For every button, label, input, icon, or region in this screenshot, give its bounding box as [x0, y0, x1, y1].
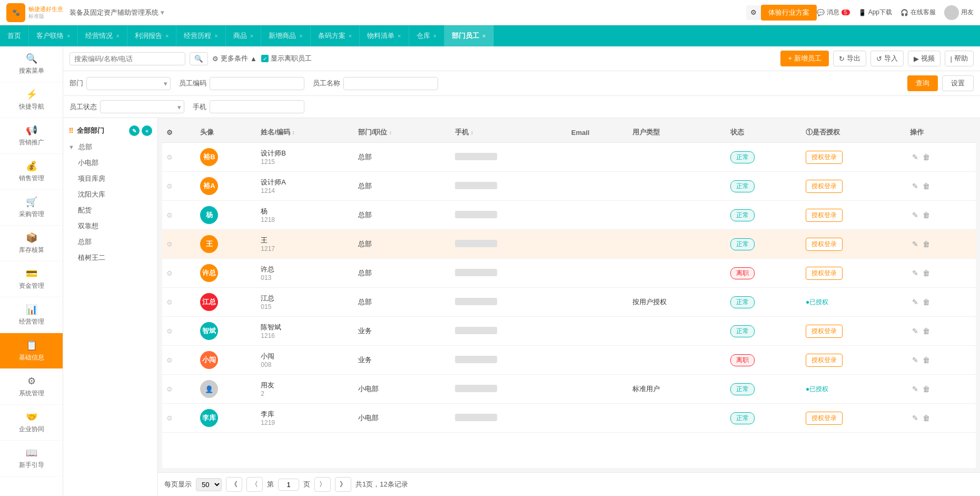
settings-button[interactable]: ⚙	[746, 5, 761, 20]
col-header-dept[interactable]: 部门/职位 ↕	[354, 122, 451, 143]
dept-item-项目库房[interactable]: 项目库房	[63, 171, 157, 187]
delete-button[interactable]: 🗑	[920, 210, 932, 220]
nav-tab-经营历程[interactable]: 经营历程×	[176, 25, 225, 46]
search-input[interactable]	[70, 52, 185, 65]
message-button[interactable]: 💬 消息 5	[817, 8, 850, 17]
left-nav-基础信息[interactable]: 📋基础信息	[0, 333, 63, 369]
close-tab-icon[interactable]: ×	[116, 33, 119, 39]
more-filter-button[interactable]: ⚙ 更多条件 ▲	[212, 54, 257, 63]
auth-button[interactable]: 授权登录	[806, 238, 843, 251]
dept-item-小电部[interactable]: 小电部	[63, 155, 157, 171]
auth-button[interactable]: 授权登录	[806, 209, 843, 222]
auth-button[interactable]: 授权登录	[806, 325, 843, 338]
edit-button[interactable]: ✎	[910, 181, 920, 191]
reset-button[interactable]: 设置	[942, 75, 974, 91]
dept-item-植树王二[interactable]: 植树王二	[63, 250, 157, 266]
edit-button[interactable]: ✎	[910, 297, 920, 307]
left-nav-企业协同[interactable]: 🤝企业协同	[0, 405, 63, 441]
dept-item-沈阳大库[interactable]: 沈阳大库	[63, 187, 157, 202]
edit-button[interactable]: ✎	[910, 210, 920, 220]
close-tab-icon[interactable]: ×	[398, 33, 401, 39]
per-page-select[interactable]: 50	[196, 478, 222, 491]
left-nav-资金管理[interactable]: 💳资金管理	[0, 261, 63, 297]
close-tab-icon[interactable]: ×	[433, 33, 437, 39]
delete-button[interactable]: 🗑	[920, 297, 932, 307]
help-button[interactable]: | 帮助	[945, 51, 974, 66]
nav-tab-物料清单[interactable]: 物料清单×	[360, 25, 409, 46]
status-select[interactable]	[100, 100, 184, 113]
next-page-button[interactable]: 〉	[314, 477, 331, 492]
dept-tree-edit[interactable]: ✎	[129, 125, 140, 136]
name-input[interactable]	[343, 77, 438, 90]
first-page-button[interactable]: 《	[226, 477, 242, 492]
left-nav-新手引导[interactable]: 📖新手引导	[0, 441, 63, 476]
trial-button[interactable]: 体验行业方案	[761, 5, 817, 21]
support-button[interactable]: 🎧 在线客服	[900, 8, 936, 17]
auth-button[interactable]: 授权登录	[806, 180, 843, 193]
delete-button[interactable]: 🗑	[920, 355, 932, 365]
page-input[interactable]	[278, 479, 299, 491]
last-page-button[interactable]: 》	[335, 477, 351, 492]
auth-button[interactable]: 授权登录	[806, 412, 843, 425]
app-download-button[interactable]: 📱 App下载	[858, 8, 892, 17]
col-header-phone[interactable]: 手机 ↕	[451, 122, 567, 143]
query-button[interactable]: 查询	[907, 75, 938, 91]
video-button[interactable]: ▶ 视频	[908, 51, 941, 66]
delete-button[interactable]: 🗑	[920, 152, 932, 162]
col-header-name[interactable]: 姓名/编码 ↕	[256, 122, 353, 143]
edit-button[interactable]: ✎	[910, 413, 920, 423]
edit-button[interactable]: ✎	[910, 326, 920, 336]
user-menu[interactable]: 用友	[944, 5, 974, 20]
delete-button[interactable]: 🗑	[920, 181, 932, 191]
left-nav-搜索菜单[interactable]: 🔍搜索菜单	[0, 46, 63, 82]
prev-page-button[interactable]: 〈	[246, 477, 263, 492]
auth-button[interactable]: 授权登录	[806, 354, 843, 367]
dept-item-总部[interactable]: ▼总部	[63, 139, 157, 155]
delete-button[interactable]: 🗑	[920, 413, 932, 423]
nav-tab-首页[interactable]: 首页	[0, 25, 29, 46]
delete-button[interactable]: 🗑	[920, 326, 932, 336]
nav-tab-部门员工[interactable]: 部门员工×	[444, 25, 493, 46]
dept-select[interactable]	[86, 77, 171, 90]
add-employee-button[interactable]: + 新增员工	[780, 51, 828, 66]
nav-tab-利润报告[interactable]: 利润报告×	[127, 25, 176, 46]
nav-tab-商品[interactable]: 商品×	[226, 25, 261, 46]
nav-tab-经营情况[interactable]: 经营情况×	[78, 25, 127, 46]
close-tab-icon[interactable]: ×	[67, 33, 70, 39]
phone-input[interactable]	[210, 100, 304, 113]
close-tab-icon[interactable]: ×	[165, 33, 169, 39]
delete-button[interactable]: 🗑	[920, 268, 932, 278]
edit-button[interactable]: ✎	[910, 268, 920, 278]
edit-button[interactable]: ✎	[910, 355, 920, 365]
edit-button[interactable]: ✎	[910, 384, 920, 394]
system-dropdown-icon[interactable]: ▾	[161, 8, 164, 16]
left-nav-采购管理[interactable]: 🛒采购管理	[0, 190, 63, 226]
dept-item-配货[interactable]: 配货	[63, 202, 157, 218]
close-tab-icon[interactable]: ×	[349, 33, 352, 39]
import-button[interactable]: ↺ 导入	[870, 51, 904, 66]
dept-tree-collapse[interactable]: «	[142, 125, 152, 136]
auth-button[interactable]: 授权登录	[806, 267, 843, 280]
left-nav-经营管理[interactable]: 📊经营管理	[0, 297, 63, 333]
dept-item-双靠想[interactable]: 双靠想	[63, 218, 157, 234]
search-button[interactable]: 🔍	[190, 52, 208, 65]
export-button[interactable]: ↻ 导出	[833, 51, 866, 66]
left-nav-快捷导航[interactable]: ⚡快捷导航	[0, 82, 63, 118]
left-nav-营销推广[interactable]: 📢营销推广	[0, 118, 63, 154]
nav-tab-客户联络[interactable]: 客户联络×	[29, 25, 78, 46]
left-nav-系统管理[interactable]: ⚙系统管理	[0, 369, 63, 405]
edit-button[interactable]: ✎	[910, 152, 920, 162]
auth-button[interactable]: 授权登录	[806, 151, 843, 164]
edit-button[interactable]: ✎	[910, 239, 920, 249]
left-nav-销售管理[interactable]: 💰销售管理	[0, 154, 63, 190]
close-tab-icon[interactable]: ×	[482, 33, 486, 39]
dept-item-总部[interactable]: 总部	[63, 234, 157, 250]
nav-tab-新增商品[interactable]: 新增商品×	[261, 25, 310, 46]
delete-button[interactable]: 🗑	[920, 239, 932, 249]
close-tab-icon[interactable]: ×	[299, 33, 302, 39]
code-input[interactable]	[210, 77, 304, 90]
show-resigned-checkbox[interactable]: ✓ 显示离职员工	[261, 54, 312, 63]
close-tab-icon[interactable]: ×	[214, 33, 217, 39]
delete-button[interactable]: 🗑	[920, 384, 932, 394]
left-nav-库存核算[interactable]: 📦库存核算	[0, 226, 63, 261]
